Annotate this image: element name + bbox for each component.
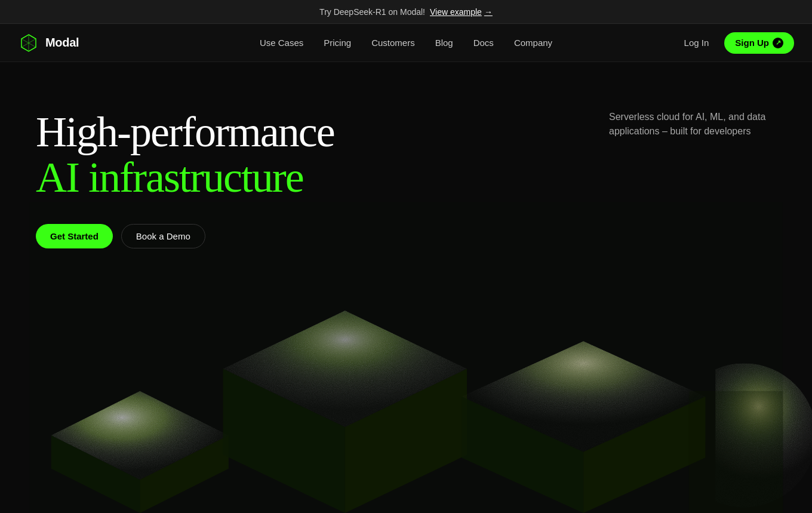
cubes-svg [0, 202, 812, 513]
nav-right: Log In Sign Up ↗ [676, 32, 794, 54]
hero-subtitle: Serverless cloud for AI, ML, and data ap… [609, 110, 776, 139]
nav-link-company[interactable]: Company [506, 33, 561, 53]
announcement-bar: Try DeepSeek-R1 on Modal! View example → [0, 0, 812, 24]
signup-label: Sign Up [735, 38, 769, 48]
svg-rect-11 [29, 202, 783, 513]
announcement-link[interactable]: View example → [430, 7, 493, 17]
logo-link[interactable]: Modal [18, 32, 79, 54]
external-link-icon: ↗ [773, 38, 783, 48]
announcement-text: Try DeepSeek-R1 on Modal! [319, 7, 425, 17]
hero-text: High-performance AI infrastructure Get S… [36, 110, 454, 248]
logo-icon [18, 32, 39, 54]
arrow-icon: → [484, 7, 493, 17]
nav-link-use-cases[interactable]: Use Cases [251, 33, 312, 53]
login-button[interactable]: Log In [676, 33, 718, 53]
nav-links: Use Cases Pricing Customers Blog Docs Co… [251, 33, 561, 53]
nav-link-pricing[interactable]: Pricing [315, 33, 359, 53]
nav-left: Modal [18, 32, 79, 54]
logo-text: Modal [45, 36, 79, 50]
get-started-button[interactable]: Get Started [36, 224, 113, 248]
nav-link-customers[interactable]: Customers [363, 33, 423, 53]
book-demo-button[interactable]: Book a Demo [121, 224, 205, 248]
announcement-link-text: View example [430, 7, 482, 17]
hero-section: High-performance AI infrastructure Get S… [0, 62, 812, 513]
nav-link-blog[interactable]: Blog [427, 33, 462, 53]
signup-button[interactable]: Sign Up ↗ [724, 32, 794, 54]
hero-headline-white: High-performance AI infrastructure [36, 110, 454, 200]
nav-link-docs[interactable]: Docs [465, 33, 502, 53]
navbar: Modal Use Cases Pricing Customers Blog D… [0, 24, 812, 62]
hero-illustration [0, 202, 812, 513]
hero-buttons: Get Started Book a Demo [36, 224, 454, 248]
